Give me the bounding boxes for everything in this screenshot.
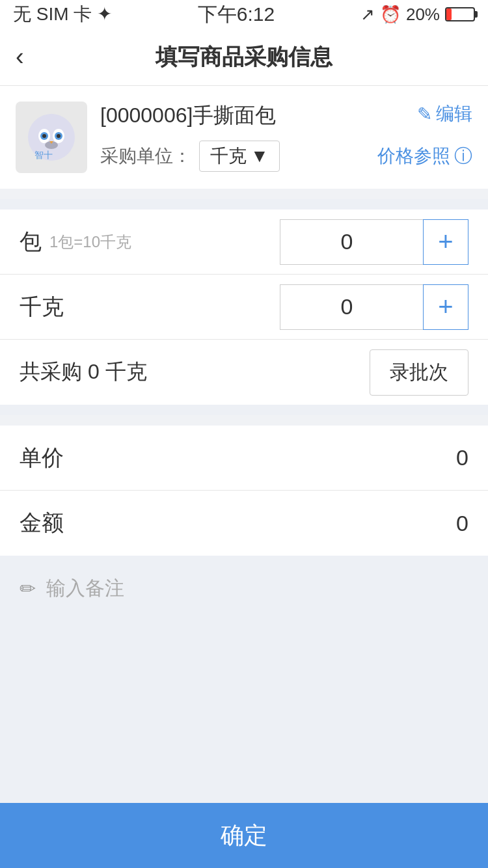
product-section: 智十 [0000006]手撕面包 ✎ 编辑 采购单位： 千克 ▼ xyxy=(0,86,488,189)
price-reference-button[interactable]: 价格参照 ⓘ xyxy=(377,144,472,169)
remark-placeholder: 输入备注 xyxy=(46,575,124,602)
battery-percent: 20% xyxy=(406,5,440,25)
svg-point-5 xyxy=(42,134,46,138)
location-icon: ↗ xyxy=(360,5,375,25)
kg-plus-button[interactable]: + xyxy=(423,284,468,330)
nav-bar: ‹ 填写商品采购信息 xyxy=(0,29,488,86)
package-input[interactable] xyxy=(280,219,423,265)
page-title: 填写商品采购信息 xyxy=(156,42,332,72)
summary-text: 共采购 0 千克 xyxy=(20,358,147,387)
product-unit: 采购单位： 千克 ▼ xyxy=(100,141,280,172)
unit-price-value: 0 xyxy=(456,445,468,470)
amount-value: 0 xyxy=(456,511,468,536)
package-label: 包 1包=10千克 xyxy=(20,227,131,257)
status-left: 无 SIM 卡 ✦ xyxy=(13,2,112,27)
battery-icon xyxy=(445,7,475,21)
kg-input[interactable] xyxy=(280,284,423,330)
edit-icon: ✎ xyxy=(417,103,432,125)
package-row: 包 1包=10千克 + xyxy=(0,210,488,275)
price-section: 单价 0 金额 0 xyxy=(0,426,488,556)
status-right: ↗ ⏰ 20% xyxy=(360,5,475,25)
kg-label: 千克 xyxy=(20,292,64,322)
summary-row: 共采购 0 千克 录批次 xyxy=(0,340,488,405)
pencil-icon: ✏ xyxy=(20,577,36,600)
status-bar: 无 SIM 卡 ✦ 下午6:12 ↗ ⏰ 20% xyxy=(0,0,488,29)
separator-1 xyxy=(0,199,488,210)
amount-label: 金额 xyxy=(20,508,64,538)
unit-price-label: 单价 xyxy=(20,443,64,473)
unit-price-row: 单价 0 xyxy=(0,426,488,491)
back-button[interactable]: ‹ xyxy=(16,43,24,71)
confirm-button[interactable]: 确定 xyxy=(0,803,488,868)
package-plus-button[interactable]: + xyxy=(423,219,468,265)
amount-row: 金额 0 xyxy=(0,491,488,556)
product-image: 智十 xyxy=(16,102,87,173)
kg-row: 千克 + xyxy=(0,275,488,340)
sim-status: 无 SIM 卡 ✦ xyxy=(13,2,112,27)
alarm-icon: ⏰ xyxy=(380,5,401,25)
battery-fill xyxy=(446,8,452,20)
edit-button[interactable]: ✎ 编辑 xyxy=(417,102,472,126)
package-input-group: + xyxy=(280,219,468,265)
svg-point-6 xyxy=(57,134,61,138)
product-info: [0000006]手撕面包 ✎ 编辑 采购单位： 千克 ▼ 价格参照 ⓘ xyxy=(100,102,472,172)
status-time: 下午6:12 xyxy=(198,1,275,28)
help-icon: ⓘ xyxy=(454,144,472,169)
product-meta: 采购单位： 千克 ▼ 价格参照 ⓘ xyxy=(100,141,472,172)
batch-button[interactable]: 录批次 xyxy=(370,349,468,396)
kg-input-group: + xyxy=(280,284,468,330)
product-header: [0000006]手撕面包 ✎ 编辑 xyxy=(100,102,472,130)
main-content: 智十 [0000006]手撕面包 ✎ 编辑 采购单位： 千克 ▼ xyxy=(0,86,488,868)
separator-2 xyxy=(0,405,488,415)
unit-dropdown[interactable]: 千克 ▼ xyxy=(199,141,280,172)
product-name: [0000006]手撕面包 xyxy=(100,102,276,130)
remark-section[interactable]: ✏ 输入备注 xyxy=(0,556,488,621)
form-section: 包 1包=10千克 + 千克 + xyxy=(0,210,488,340)
dropdown-arrow-icon: ▼ xyxy=(251,146,269,167)
svg-text:智十: 智十 xyxy=(34,150,53,160)
